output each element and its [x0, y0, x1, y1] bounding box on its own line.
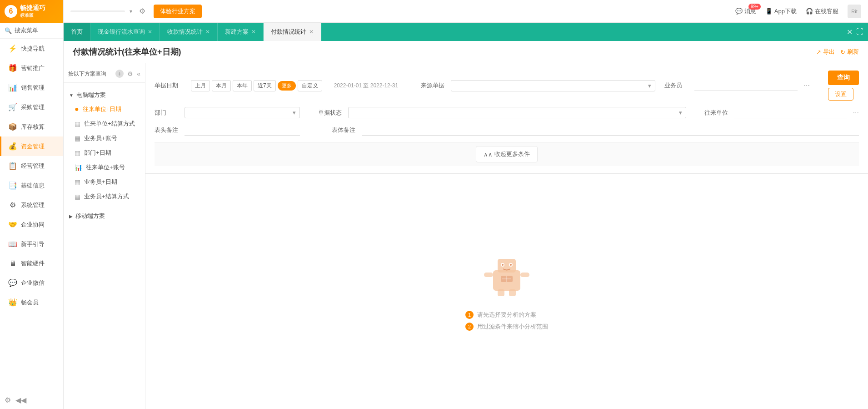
user-avatar[interactable]: Rit: [848, 5, 861, 18]
fullscreen-icon[interactable]: ⛶: [856, 28, 863, 36]
chevron-down-icon: ▾: [679, 109, 682, 116]
topbar: ▾ ⚙ 体验行业方案 💬 消息 99+ 📱 App下载 🎧 在线客服 Rit: [64, 0, 868, 23]
sidebar-item-quick-nav[interactable]: ⚡ 快捷导航: [0, 39, 63, 58]
tab-receipt-stats-close-icon[interactable]: ✕: [205, 29, 210, 35]
trial-industry-button[interactable]: 体验行业方案: [154, 5, 202, 18]
sidebar-item-basics[interactable]: 📑 基础信息: [0, 176, 63, 195]
scheme-toolbar: 按以下方案查询 + ⚙ «: [64, 68, 145, 83]
filter-row-1: 单据日期 上月 本月 本年 近7天 更多 自定义 2022-01-01 至 20…: [155, 71, 859, 101]
salesperson-group: 业务员 ···: [664, 80, 810, 91]
date-range: 2022-01-01 至 2022-12-31: [334, 82, 398, 90]
dropdown-arrow-icon[interactable]: ▾: [130, 8, 132, 15]
logo-name: 畅捷通巧: [20, 4, 45, 12]
sidebar-item-cooperation[interactable]: 🤝 企业协同: [0, 215, 63, 234]
scheme-query-label: 按以下方案查询: [68, 70, 112, 78]
scheme-collapse-icon[interactable]: «: [137, 70, 140, 77]
scheme-item-partner-account[interactable]: 📊 往来单位+账号: [64, 160, 145, 175]
topbar-brand: [70, 10, 125, 12]
sidebar-item-wechat[interactable]: 💬 企业微信: [0, 273, 63, 293]
scheme-item-icon: ▦: [75, 149, 80, 157]
app-download-button[interactable]: 📱 App下载: [765, 7, 797, 15]
sidebar-item-marketing[interactable]: 🎁 营销推广: [0, 58, 63, 78]
sidebar-item-hardware[interactable]: 🖥 智能硬件: [0, 254, 63, 273]
this-month-button[interactable]: 本月: [212, 80, 231, 91]
sidebar-item-capital[interactable]: 💰 资金管理: [0, 136, 63, 156]
svg-rect-8: [498, 289, 504, 296]
footer-collapse-icon[interactable]: ◀◀: [15, 396, 26, 404]
scheme-section-mobile-header[interactable]: ▶ 移动端方案: [64, 209, 145, 223]
scheme-panel: 按以下方案查询 + ⚙ « ▼ 电脑端方案 ● 往来单位+日期 ▦: [64, 63, 145, 409]
sidebar-item-operations[interactable]: 📋 经营管理: [0, 156, 63, 176]
query-button[interactable]: 查询: [828, 71, 859, 85]
scheme-item-salesperson-date[interactable]: ▦ 业务员+日期: [64, 175, 145, 189]
tab-home[interactable]: 首页: [64, 23, 90, 41]
sidebar-logo: 6 畅捷通巧 标准版: [0, 0, 63, 23]
sidebar-item-label: 快捷导航: [21, 45, 45, 53]
online-service-button[interactable]: 🎧 在线客服: [806, 7, 838, 15]
partner-input[interactable]: [734, 107, 847, 118]
more-button[interactable]: 更多: [278, 81, 296, 91]
sidebar-item-system[interactable]: ⚙ 系统管理: [0, 195, 63, 215]
refresh-button[interactable]: ↻ 刷新: [840, 48, 859, 56]
svg-point-5: [510, 264, 512, 266]
chevron-down-icon: ▾: [293, 109, 296, 116]
sidebar-item-label: 销售管理: [21, 84, 45, 92]
tab-payment-stats-close-icon[interactable]: ✕: [309, 29, 314, 35]
system-icon: ⚙: [8, 201, 17, 209]
more-options-icon[interactable]: ···: [853, 109, 859, 117]
scheme-item-partner-date[interactable]: ● 往来单位+日期: [64, 102, 145, 116]
scheme-section-label: 移动端方案: [75, 212, 105, 220]
prev-month-button[interactable]: 上月: [191, 80, 210, 91]
main-body: 按以下方案查询 + ⚙ « ▼ 电脑端方案 ● 往来单位+日期 ▦: [64, 63, 868, 409]
close-tab-icon[interactable]: ✕: [847, 28, 853, 36]
phone-icon: 📱: [765, 8, 773, 15]
sidebar-item-purchase[interactable]: 🛒 采购管理: [0, 97, 63, 117]
table-body-remark-input[interactable]: [362, 125, 859, 136]
scheme-item-dept-date[interactable]: ▦ 部门+日期: [64, 146, 145, 160]
empty-tip-2: 2 用过滤条件来缩小分析范围: [465, 323, 548, 331]
svg-point-4: [502, 264, 504, 266]
collapse-more-conditions-button[interactable]: ∧∧ 收起更多条件: [476, 146, 538, 162]
tip-num-1: 1: [465, 311, 474, 319]
settings-button[interactable]: 设置: [828, 88, 853, 101]
search-menu[interactable]: 🔍 搜索菜单: [0, 23, 63, 39]
voucher-status-select[interactable]: ▾: [348, 107, 686, 118]
more-options-icon[interactable]: ···: [804, 81, 810, 90]
vip-icon: 👑: [8, 298, 17, 307]
add-scheme-icon[interactable]: +: [115, 70, 124, 78]
tab-new-scheme-close-icon[interactable]: ✕: [251, 29, 256, 35]
topbar-gear-icon[interactable]: ⚙: [139, 7, 145, 15]
sidebar-item-sales[interactable]: 📊 销售管理: [0, 78, 63, 97]
custom-button[interactable]: 自定义: [298, 80, 322, 91]
scheme-section-mobile: ▶ 移动端方案: [64, 207, 145, 226]
tab-payment-stats[interactable]: 付款情况统计 ✕: [264, 23, 321, 41]
table-header-remark-input[interactable]: [185, 125, 300, 136]
tab-receipt-stats[interactable]: 收款情况统计 ✕: [160, 23, 218, 41]
scheme-item-salesperson-account[interactable]: ▦ 业务员+账号: [64, 131, 145, 146]
tab-bank-flow-close-icon[interactable]: ✕: [148, 29, 152, 35]
last7days-button[interactable]: 近7天: [254, 80, 276, 91]
notifications-button[interactable]: 💬 消息 99+: [735, 7, 756, 15]
voucher-status-group: 单据状态 ▾: [318, 107, 686, 118]
scheme-settings-icon[interactable]: ⚙: [127, 70, 133, 77]
export-button[interactable]: ↗ 导出: [816, 48, 835, 56]
scheme-item-salesperson-settlement[interactable]: ▦ 业务员+结算方式: [64, 189, 145, 204]
source-voucher-select[interactable]: ▾: [451, 80, 655, 91]
salesperson-input[interactable]: [694, 80, 798, 91]
hardware-icon: 🖥: [8, 259, 17, 268]
scheme-section-desktop-header[interactable]: ▼ 电脑端方案: [64, 88, 145, 102]
scheme-item-partner-settlement[interactable]: ▦ 往来单位+结算方式: [64, 116, 145, 131]
export-icon: ↗: [816, 49, 821, 56]
this-year-button[interactable]: 本年: [233, 80, 252, 91]
sidebar-item-guide[interactable]: 📖 新手引导: [0, 234, 63, 254]
sidebar-item-inventory[interactable]: 📦 库存核算: [0, 117, 63, 136]
empty-tips: 1 请先选择要分析的方案 2 用过滤条件来缩小分析范围: [465, 311, 548, 331]
chevron-down-icon: ▾: [648, 82, 651, 89]
sidebar-item-label: 新手引导: [21, 240, 45, 248]
tab-bank-flow[interactable]: 现金银行流水查询 ✕: [90, 23, 160, 41]
sidebar: 6 畅捷通巧 标准版 🔍 搜索菜单 ⚡ 快捷导航 🎁 营销推广 📊 销售管理 🛒…: [0, 0, 64, 409]
department-select[interactable]: ▾: [185, 107, 300, 118]
tab-new-scheme[interactable]: 新建方案 ✕: [218, 23, 264, 41]
sidebar-item-vip[interactable]: 👑 畅会员: [0, 293, 63, 312]
footer-settings-icon[interactable]: ⚙: [5, 396, 11, 404]
